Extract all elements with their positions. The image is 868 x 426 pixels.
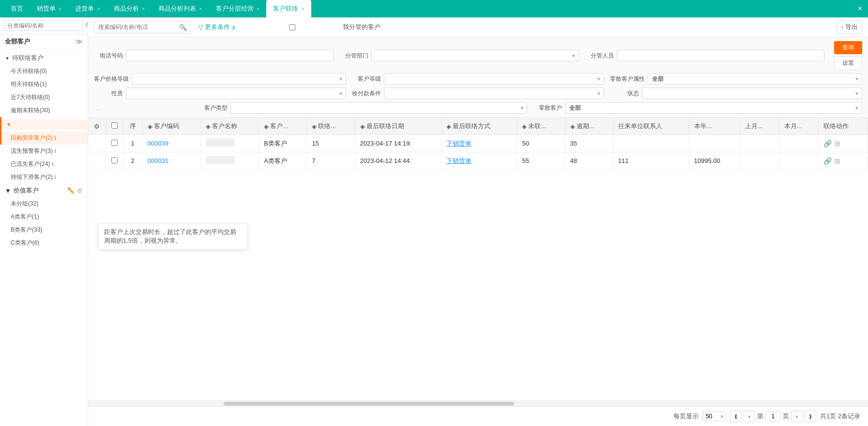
th-last-month[interactable]: 上月... — [740, 118, 779, 135]
th-contact-count[interactable]: ◈ 联络... — [307, 118, 355, 135]
nav-customer-segmentation[interactable]: 客户分层经营 × — [209, 0, 266, 17]
retail-select[interactable]: 全部 — [565, 102, 862, 114]
sidebar-item-c-class[interactable]: C类客户(6) — [0, 236, 88, 250]
nav-customer-contact[interactable]: 客户联络 × — [266, 0, 311, 17]
phone-label: 电话号码 — [94, 52, 123, 60]
first-page-btn[interactable]: ⟪ — [730, 411, 742, 422]
phone-input[interactable] — [126, 50, 334, 61]
status-select[interactable] — [642, 88, 862, 99]
horizontal-scrollbar[interactable] — [88, 400, 868, 406]
next-page-btn[interactable]: › — [791, 411, 803, 422]
sidebar-item-overdue[interactable]: 逾期未联络(30) — [0, 104, 88, 117]
close-customer-segmentation[interactable]: × — [257, 6, 259, 12]
th-no-contact-days[interactable]: ◈ 未联... — [517, 118, 565, 135]
gender-select[interactable] — [126, 88, 346, 99]
last-page-btn[interactable]: ⟫ — [805, 411, 816, 422]
sidebar-item-repurchase-anomaly[interactable]: 回购异常客户(2) ℹ — [0, 132, 88, 145]
sidebar-item-a-class[interactable]: A类客户(1) — [0, 210, 88, 223]
sidebar-group-value[interactable]: ▼ — [1, 119, 88, 130]
sidebar-item-7days[interactable]: 近7天待联络(0) — [0, 91, 88, 104]
nav-sales-order[interactable]: 销货单 × — [30, 0, 68, 17]
search-icon[interactable]: 🔍 — [179, 24, 187, 31]
action-grid-icon-2[interactable]: ⊞ — [835, 157, 840, 165]
page-input[interactable] — [765, 411, 781, 421]
prev-page-btn[interactable]: ‹ — [744, 411, 755, 422]
filter-bar: 🔍 ▽ 更多条件 ∧ 我分管的客户 ↑ 导出 — [88, 17, 868, 37]
search-input[interactable] — [94, 21, 191, 33]
sidebar-item-today[interactable]: 今天待联络(0) — [0, 65, 88, 78]
th-grade[interactable]: ◈ 客户... — [259, 118, 307, 135]
customer-type-select[interactable] — [230, 102, 528, 114]
nav-purchase[interactable]: 进货单 × — [68, 0, 107, 17]
dots-label[interactable]: ... — [94, 104, 103, 112]
close-all-tabs[interactable]: × — [858, 4, 862, 13]
sidebar-item-churn-warning[interactable]: 流失预警客户(3) ℹ — [0, 145, 88, 158]
filter-retail: 零散客户 全部 ▼ — [533, 102, 862, 114]
td-last-contact-method-2[interactable]: 下销货单 — [441, 152, 517, 170]
sidebar-section-segments[interactable]: ▼ 价值客户 ✏️ ⚙ — [0, 184, 88, 197]
my-customers-checkbox[interactable] — [244, 24, 341, 30]
scrollbar-thumb[interactable] — [224, 402, 514, 406]
retail-attr-select[interactable]: 全部 — [648, 73, 862, 85]
nav-home[interactable]: 首页 — [4, 0, 30, 17]
th-no: 序 — [123, 118, 142, 135]
row1-checkbox[interactable] — [111, 140, 118, 146]
td-last-contact-method-1[interactable]: 下销货单 — [441, 135, 517, 152]
close-sales-order[interactable]: × — [59, 6, 61, 12]
sidebar-item-tomorrow[interactable]: 明天待联络(1) — [0, 78, 88, 91]
sidebar-search-bar: 🔍 — [0, 17, 88, 34]
close-customer-contact[interactable]: × — [301, 6, 304, 12]
action-link-icon-1[interactable]: 🔗 — [823, 140, 832, 147]
export-btn[interactable]: ↑ 导出 — [837, 20, 863, 34]
th-overdue[interactable]: ◈ 逾期... — [565, 118, 613, 135]
sidebar-collapse-icon[interactable]: ≫ — [76, 38, 83, 45]
sidebar-item-b-class[interactable]: B类客户(33) — [0, 223, 88, 236]
td-code-1[interactable]: 000039 — [142, 135, 200, 152]
my-customers-checkbox-wrap[interactable]: 我分管的客户 — [244, 23, 381, 31]
close-product-list[interactable]: × — [199, 6, 202, 12]
status-label: 状态 — [610, 89, 639, 98]
td-code-2[interactable]: 000031 — [142, 152, 200, 170]
select-all-checkbox[interactable] — [111, 122, 118, 129]
payment-select[interactable] — [384, 88, 604, 99]
sidebar-group-pending[interactable]: ▼ 待联络客户 — [0, 51, 88, 65]
total-label: 共1页 2条记录 — [820, 412, 860, 421]
th-contact-person[interactable]: 往来单位联系人 — [613, 118, 689, 135]
segments-settings-icon[interactable]: ⚙ — [77, 187, 83, 194]
page-label: 第 — [757, 412, 763, 421]
filter-row-1: 电话号码 分管部门 ▼ 分管人员 … — [94, 41, 862, 70]
action-link-icon-2[interactable]: 🔗 — [823, 157, 832, 165]
th-name[interactable]: ◈ 客户名称 — [200, 118, 259, 135]
price-grade-select[interactable] — [132, 73, 346, 85]
th-last-contact-method[interactable]: ◈ 最后联络方式 — [441, 118, 517, 135]
sidebar-item-churned[interactable]: 已流失客户(24) ℹ — [0, 158, 88, 171]
th-action: 联络动作 — [818, 118, 868, 135]
settings-button[interactable]: 设置 — [834, 56, 862, 70]
sidebar-search-input[interactable] — [4, 20, 83, 31]
sidebar-item-declining[interactable]: 持续下滑客户(2) ℹ — [0, 171, 88, 184]
sidebar: 🔍 全部客户 ≫ ▼ 待联络客户 今天待联络(0) 明天待联络(1) 近7天待联… — [0, 17, 88, 426]
th-year-amount[interactable]: 本年... — [689, 118, 740, 135]
more-conditions-btn[interactable]: ▽ 更多条件 ∧ — [195, 21, 240, 33]
per-page-select[interactable]: 50 100 — [702, 411, 726, 421]
nav-product-list[interactable]: 商品分析列表 × — [152, 0, 209, 17]
grade-select[interactable] — [384, 73, 604, 85]
nav-product-analysis[interactable]: 商品分析 × — [107, 0, 152, 17]
close-purchase[interactable]: × — [97, 6, 100, 12]
row2-checkbox[interactable] — [111, 157, 118, 163]
th-settings[interactable]: ⚙ — [88, 118, 106, 135]
td-no-contact-2: 55 — [517, 152, 565, 170]
action-grid-icon-1[interactable]: ⊞ — [835, 140, 840, 147]
person-select[interactable] — [617, 50, 824, 61]
filter-price-grade: 客户价格等级 ▼ — [94, 73, 346, 85]
close-product-analysis[interactable]: × — [142, 6, 145, 12]
segments-edit-icon[interactable]: ✏️ — [67, 187, 75, 194]
dept-select[interactable] — [371, 50, 579, 61]
query-button[interactable]: 查询 — [834, 41, 862, 54]
person-label: 分管人员 — [585, 52, 614, 60]
th-code[interactable]: ◈ 客户编码 — [142, 118, 200, 135]
table-row: 2 000031 A类客户 7 2023-04-12 14:44: 下销货单 5… — [88, 152, 868, 170]
sidebar-item-unsegmented[interactable]: 未分组(32) — [0, 197, 88, 210]
th-this-month[interactable]: 本月... — [779, 118, 818, 135]
th-last-contact-date[interactable]: ◈ 最后联络日期 — [355, 118, 441, 135]
